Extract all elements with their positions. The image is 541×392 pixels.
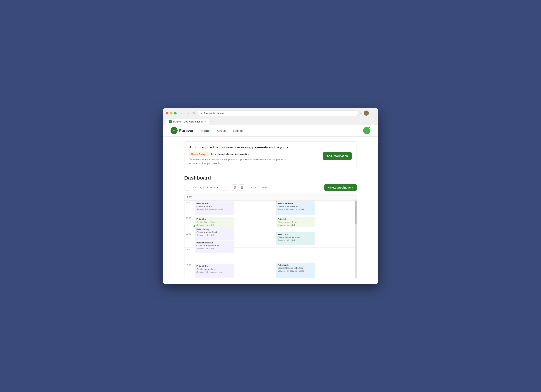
appointment-micky[interactable]: Pets: Micky Clients: Darlene Robertson S… — [276, 263, 315, 278]
day-column-3: Pets: Cameron Clients: Kira Williamson S… — [276, 200, 316, 279]
day-column-4 — [316, 200, 357, 279]
logo-text: Furever — [179, 128, 193, 133]
day-column-2 — [235, 200, 276, 279]
main-content: Action required to continue processing p… — [177, 137, 364, 284]
nav-links: Home Payouts Settings — [201, 128, 243, 133]
new-tab-button[interactable]: + — [209, 118, 214, 125]
user-avatar[interactable] — [363, 127, 370, 134]
nav-link-home[interactable]: Home — [201, 128, 209, 133]
col-header-2 — [235, 194, 276, 200]
date-text: Oct 14, 2022 — [193, 186, 208, 189]
calendar-body: 08:00 09:00 10:00 11:00 12:00 — [184, 200, 357, 279]
time-slot-800: 08:00 — [184, 200, 194, 216]
alert-description: To make sure your business is supportabl… — [189, 157, 287, 165]
today-badge: Today — [209, 186, 215, 189]
alert-row: Due in 5 days Provide additional informa… — [189, 152, 352, 165]
add-information-button[interactable]: Add information — [323, 152, 352, 160]
forward-button[interactable]: → — [186, 110, 190, 116]
address-bar[interactable]: 🔒 furever.dev/home — [197, 110, 358, 116]
calendar-grid: PST 08:00 09:00 10:00 — [184, 194, 357, 279]
new-appointment-button[interactable]: + New appointment — [324, 184, 357, 191]
appointment-cameron[interactable]: Pets: Cameron Clients: Kira Williamson S… — [276, 201, 315, 215]
address-text: furever.dev/home — [204, 112, 224, 115]
tab-title: FurEver - Dog walking for all — [173, 120, 203, 123]
nav-right — [363, 127, 370, 134]
lock-icon: 🔒 — [200, 112, 203, 115]
scroll-thumb — [355, 200, 357, 224]
app-nav: fur Furever Home Payouts Settings — [163, 125, 378, 137]
calendar-header: PST — [184, 194, 357, 200]
calendar-view-button[interactable]: 📅 — [232, 184, 238, 191]
dashboard: Dashboard ‹ Oct 14, 2022 Today ▼ › 📅 ☰ — [184, 175, 357, 279]
appointment-huanhuan[interactable]: Pets: Huanhuan Clients: Kathryn Murphy S… — [195, 240, 234, 253]
col-header-1 — [194, 194, 235, 200]
notification-dot — [369, 127, 370, 129]
appointment-cody[interactable]: Pets: Cody Clients: Sandy Capella Servic… — [195, 217, 234, 227]
list-view-button[interactable]: ☰ — [239, 184, 245, 191]
alert-banner: Action required to continue processing p… — [184, 141, 357, 169]
scrollbar[interactable] — [355, 200, 357, 279]
dashboard-toolbar: ‹ Oct 14, 2022 Today ▼ › 📅 ☰ Day — [184, 184, 357, 191]
col-header-4 — [316, 194, 357, 200]
appointment-robert[interactable]: Pets: Robert Clients: Kira Fox Service: … — [195, 201, 234, 215]
browser-user-avatar[interactable] — [364, 110, 369, 116]
dashboard-title: Dashboard — [184, 175, 357, 181]
time-slot-1200: 12:00 — [184, 263, 194, 279]
calendar-scroll-wrapper: PST 08:00 09:00 10:00 — [184, 194, 357, 279]
time-slot-1000: 10:00 — [184, 232, 194, 248]
nav-link-payouts[interactable]: Payouts — [216, 128, 226, 133]
col-header-3 — [276, 194, 316, 200]
tab-close-button[interactable]: ✕ — [204, 120, 206, 123]
view-toggle: 📅 ☰ — [232, 184, 245, 191]
appointment-tofu[interactable]: Pets: Tofu Clients: Esther Howard Servic… — [276, 232, 315, 245]
alert-badge-row: Due in 5 days Provide additional informa… — [189, 152, 287, 157]
time-slot-900: 09:00 — [184, 216, 194, 232]
appointment-jimmy[interactable]: Pets: Jimmy Clients: Annette Black Servi… — [195, 227, 234, 240]
alert-title: Action required to continue processing p… — [189, 146, 352, 149]
close-button[interactable] — [166, 112, 168, 115]
day-column-1: Pets: Robert Clients: Kira Fox Service: … — [194, 200, 235, 279]
day-view-button[interactable]: Day — [248, 185, 259, 190]
menu-button[interactable]: ⋮ — [370, 111, 374, 115]
week-view-button[interactable]: Week — [259, 185, 271, 190]
maximize-button[interactable] — [174, 112, 177, 115]
back-button[interactable]: ← — [180, 110, 184, 116]
bookmark-button[interactable]: ☆ — [359, 111, 362, 115]
nav-link-settings[interactable]: Settings — [233, 128, 243, 133]
due-badge: Due in 5 days — [189, 152, 208, 157]
browser-controls: ← → ↻ 🔒 furever.dev/home ☆ ⋮ — [166, 110, 375, 116]
browser-actions: ☆ ⋮ — [359, 110, 374, 116]
browser-chrome: ← → ↻ 🔒 furever.dev/home ☆ ⋮ F FurEver -… — [163, 108, 378, 125]
next-date-button[interactable]: › — [222, 185, 228, 190]
app-logo: fur Furever — [171, 127, 193, 134]
browser-tabs: F FurEver - Dog walking for all ✕ + — [166, 118, 375, 125]
prev-date-button[interactable]: ‹ — [184, 185, 190, 190]
browser-nav-buttons: ← → ↻ — [180, 110, 196, 116]
logo-icon: fur — [171, 127, 177, 134]
app-content: fur Furever Home Payouts Settings Action… — [163, 125, 378, 284]
day-week-toggle: Day Week — [248, 185, 271, 190]
tab-favicon: F — [169, 120, 172, 123]
appointment-chloe[interactable]: Pets: Chloe Clients: Jacob Jones Service… — [195, 264, 234, 278]
minimize-button[interactable] — [170, 112, 172, 115]
chevron-down-icon: ▼ — [217, 186, 218, 188]
time-column: 08:00 09:00 10:00 11:00 12:00 — [184, 200, 194, 279]
reload-button[interactable]: ↻ — [192, 110, 196, 116]
time-slot-1100: 11:00 — [184, 248, 194, 263]
date-nav: ‹ Oct 14, 2022 Today ▼ › — [184, 185, 228, 190]
browser-window: ← → ↻ 🔒 furever.dev/home ☆ ⋮ F FurEver -… — [163, 108, 378, 284]
logo-abbr: fur — [173, 130, 175, 132]
alert-left: Due in 5 days Provide additional informa… — [189, 152, 287, 165]
timezone-header: PST — [184, 194, 194, 200]
active-tab[interactable]: F FurEver - Dog walking for all ✕ — [166, 119, 209, 125]
alert-subtitle: Provide additional information — [211, 153, 250, 156]
appointment-lulu[interactable]: Pets: lulu Clients: Jacob Jones Service:… — [276, 217, 315, 227]
date-display[interactable]: Oct 14, 2022 Today ▼ — [191, 185, 221, 190]
